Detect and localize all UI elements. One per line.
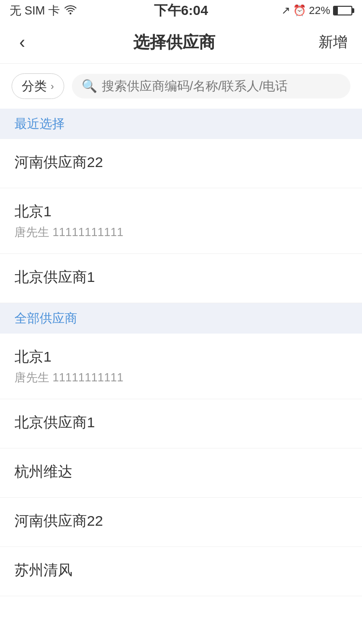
add-button[interactable]: 新增 — [319, 32, 348, 52]
recent-section-header: 最近选择 — [0, 109, 362, 139]
item-name: 杭州维达 — [14, 462, 348, 482]
item-name: 苏州清风 — [14, 560, 348, 580]
all-section-header: 全部供应商 — [0, 303, 362, 334]
chevron-icon: › — [51, 81, 54, 92]
status-right: ↗ ⏰ 22% — [281, 4, 352, 17]
item-name: 北京供应商1 — [14, 267, 348, 287]
status-left: 无 SIM 卡 — [10, 3, 77, 18]
all-list-item[interactable]: 北京1唐先生 11111111111 — [0, 334, 362, 399]
category-filter[interactable]: 分类 › — [12, 73, 64, 99]
recent-list-item[interactable]: 河南供应商22 — [0, 139, 362, 188]
search-icon: 🔍 — [82, 79, 97, 94]
recent-list-item[interactable]: 北京1唐先生 11111111111 — [0, 188, 362, 254]
item-name: 河南供应商22 — [14, 511, 348, 531]
item-name: 北京供应商1 — [14, 413, 348, 433]
location-icon: ↗ — [281, 4, 290, 17]
status-time: 下午6:04 — [154, 1, 208, 20]
item-sub: 唐先生 11111111111 — [14, 370, 348, 385]
all-section-label: 全部供应商 — [14, 311, 77, 325]
wifi-icon — [64, 4, 77, 17]
search-input[interactable] — [102, 79, 341, 94]
recent-list-item[interactable]: 北京供应商1 — [0, 254, 362, 303]
nav-bar: ‹ 选择供应商 新增 — [0, 21, 362, 64]
recent-items-list: 河南供应商22北京1唐先生 11111111111北京供应商1 — [0, 139, 362, 303]
item-name: 北京1 — [14, 347, 348, 367]
recent-section-label: 最近选择 — [14, 116, 65, 131]
back-button[interactable]: ‹ — [14, 28, 30, 57]
page-title: 选择供应商 — [133, 31, 215, 54]
search-box[interactable]: 🔍 — [72, 74, 350, 98]
filter-bar: 分类 › 🔍 — [0, 64, 362, 109]
battery-icon — [333, 6, 352, 15]
all-list-item[interactable]: 杭州维达 — [0, 448, 362, 498]
all-list-item[interactable]: 苏州清风 — [0, 547, 362, 596]
all-list-item[interactable]: 北京供应商1 — [0, 399, 362, 448]
no-sim-text: 无 SIM 卡 — [10, 3, 60, 18]
all-list-item[interactable]: 河南供应商22 — [0, 498, 362, 547]
item-name: 河南供应商22 — [14, 153, 348, 172]
all-items-list: 北京1唐先生 11111111111北京供应商1杭州维达河南供应商22苏州清风 — [0, 334, 362, 596]
item-sub: 唐先生 11111111111 — [14, 224, 348, 240]
alarm-icon: ⏰ — [293, 4, 306, 17]
item-name: 北京1 — [14, 202, 348, 222]
battery-percent: 22% — [309, 4, 330, 17]
status-bar: 无 SIM 卡 下午6:04 ↗ ⏰ 22% — [0, 0, 362, 21]
category-label: 分类 — [22, 78, 47, 95]
